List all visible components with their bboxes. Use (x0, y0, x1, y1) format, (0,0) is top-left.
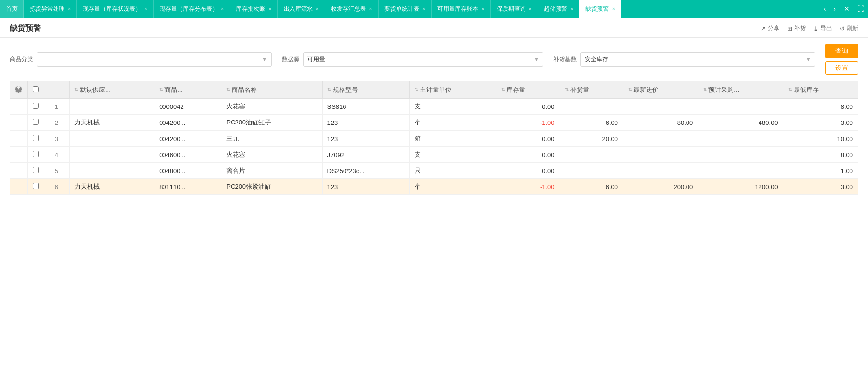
nav-tab-expiry[interactable]: 保质期查询 × (491, 0, 538, 18)
settings-button[interactable]: 设置 (825, 61, 858, 75)
nav-expand-icon[interactable]: ⛶ (853, 0, 868, 18)
close-icon[interactable]: × (570, 6, 573, 12)
row-spec: 123 (322, 115, 409, 131)
checkbox-column-header[interactable] (28, 81, 44, 99)
row-checkbox[interactable] (33, 151, 39, 157)
row-latest-price: 80.00 (623, 115, 698, 131)
nav-tab-batch[interactable]: 库存批次账 × (230, 0, 277, 18)
settings-column-header[interactable] (10, 81, 28, 99)
supplement-column-header[interactable]: ⇅ 补货量 (560, 81, 623, 99)
datasource-select[interactable]: 可用量 ▼ (303, 52, 544, 67)
row-stock: -1.00 (496, 115, 560, 131)
row-product-code: 004200... (154, 131, 221, 147)
nav-tab-inventory-status[interactable]: 现存量（库存状况表） × (77, 0, 153, 18)
close-icon[interactable]: × (144, 6, 147, 12)
product-name-column-header[interactable]: ⇅ 商品名称 (221, 81, 322, 99)
nav-next-icon[interactable]: › (830, 0, 840, 18)
action-buttons: 查询 设置 (825, 44, 858, 75)
row-checkbox-cell[interactable] (28, 99, 44, 115)
nav-tab-available[interactable]: 可用量库存账本 × (432, 0, 490, 18)
row-checkbox[interactable] (33, 119, 39, 125)
row-unit: 支 (409, 147, 496, 163)
supplement-button[interactable]: ⊞ 补货 (787, 24, 806, 33)
row-seq: 2 (44, 115, 70, 131)
row-unit: 支 (409, 99, 496, 115)
table-row: 1 0000042 火花塞 SS816 支 0.00 8.00 (10, 99, 858, 115)
row-checkbox-cell[interactable] (28, 147, 44, 163)
nav-tab-home[interactable]: 首页 (0, 0, 24, 18)
row-checkbox[interactable] (33, 135, 39, 141)
row-product-code: 004800... (154, 163, 221, 179)
export-button[interactable]: ⤓ 导出 (814, 24, 832, 33)
nav-tab-overstock[interactable]: 超储预警 × (538, 0, 579, 18)
table-header-row: ⇅ 默认供应... ⇅ 商品... ⇅ 商品名称 (10, 81, 858, 99)
spec-column-header[interactable]: ⇅ 规格型号 (322, 81, 409, 99)
row-product-name: PC200张紧油缸 (221, 179, 322, 195)
nav-tab-requisition[interactable]: 要货单统计表 × (379, 0, 432, 18)
nav-tab-shortage[interactable]: 缺货预警 × (579, 0, 621, 18)
nav-tab-summary[interactable]: 收发存汇总表 × (325, 0, 378, 18)
close-icon[interactable]: × (369, 6, 372, 12)
refresh-button[interactable]: ↺ 刷新 (840, 24, 858, 33)
row-checkbox-cell[interactable] (28, 115, 44, 131)
row-checkbox-cell[interactable] (28, 131, 44, 147)
close-icon[interactable]: × (316, 6, 319, 12)
close-icon[interactable]: × (422, 6, 425, 12)
category-select[interactable]: ▼ (37, 52, 272, 67)
datasource-value: 可用量 (307, 55, 325, 64)
row-checkbox[interactable] (33, 183, 39, 189)
row-checkbox-cell[interactable] (28, 179, 44, 195)
row-min-stock: 3.00 (783, 115, 858, 131)
close-icon[interactable]: × (529, 6, 532, 12)
supplement-base-value: 安全库存 (585, 55, 608, 64)
row-seq: 4 (44, 147, 70, 163)
row-supplier (69, 131, 154, 147)
select-all-checkbox[interactable] (33, 86, 39, 92)
row-checkbox[interactable] (33, 103, 39, 109)
close-icon[interactable]: × (221, 6, 224, 12)
row-checkbox-cell[interactable] (28, 163, 44, 179)
latest-price-column-header[interactable]: ⇅ 最新进价 (623, 81, 698, 99)
supplement-base-select[interactable]: 安全库存 ▼ (580, 52, 815, 67)
nav-prev-icon[interactable]: ‹ (820, 0, 830, 18)
nav-close-icon[interactable]: ✕ (840, 0, 853, 18)
nav-tab-inventory-dist[interactable]: 现存量（库存分布表） × (154, 0, 230, 18)
row-seq: 3 (44, 131, 70, 147)
row-product-name: 火花塞 (221, 147, 322, 163)
row-product-code: 004600... (154, 147, 221, 163)
share-button[interactable]: ↗ 分享 (761, 24, 779, 33)
sort-icon: ⇅ (788, 87, 792, 92)
estimated-purchase-column-header[interactable]: ⇅ 预计采购... (698, 81, 783, 99)
min-stock-column-header[interactable]: ⇅ 最低库存 (783, 81, 858, 99)
sort-icon: ⇅ (415, 87, 418, 92)
row-estimated-purchase (698, 131, 783, 147)
row-estimated-purchase: 1200.00 (698, 179, 783, 195)
row-unit: 个 (409, 115, 496, 131)
nav-tab-picking[interactable]: 拣货异常处理 × (24, 0, 77, 18)
row-product-name: 火花塞 (221, 99, 322, 115)
stock-column-header[interactable]: ⇅ 库存量 (496, 81, 560, 99)
table-row: 6 力天机械 801110... PC200张紧油缸 123 个 -1.00 6… (10, 179, 858, 195)
row-supplement (560, 99, 623, 115)
page-title: 缺货预警 (10, 23, 761, 34)
unit-column-header[interactable]: ⇅ 主计量单位 (409, 81, 496, 99)
close-icon[interactable]: × (481, 6, 484, 12)
close-icon[interactable]: × (612, 6, 615, 12)
row-latest-price (623, 131, 698, 147)
query-button[interactable]: 查询 (825, 44, 858, 58)
row-stock: -1.00 (496, 179, 560, 195)
nav-tab-flow[interactable]: 出入库流水 × (278, 0, 325, 18)
row-supplement: 20.00 (560, 131, 623, 147)
close-icon[interactable]: × (68, 6, 71, 12)
row-product-code: 801110... (154, 179, 221, 195)
sort-icon: ⇅ (565, 87, 569, 92)
product-code-column-header[interactable]: ⇅ 商品... (154, 81, 221, 99)
row-spec: J7092 (322, 147, 409, 163)
row-checkbox[interactable] (33, 167, 39, 173)
close-icon[interactable]: × (268, 6, 271, 12)
row-gear-cell (10, 147, 28, 163)
seq-column-header (44, 81, 70, 99)
table-body: 1 0000042 火花塞 SS816 支 0.00 8.00 2 力天机械 0… (10, 99, 858, 195)
supplier-column-header[interactable]: ⇅ 默认供应... (69, 81, 154, 99)
row-latest-price (623, 99, 698, 115)
